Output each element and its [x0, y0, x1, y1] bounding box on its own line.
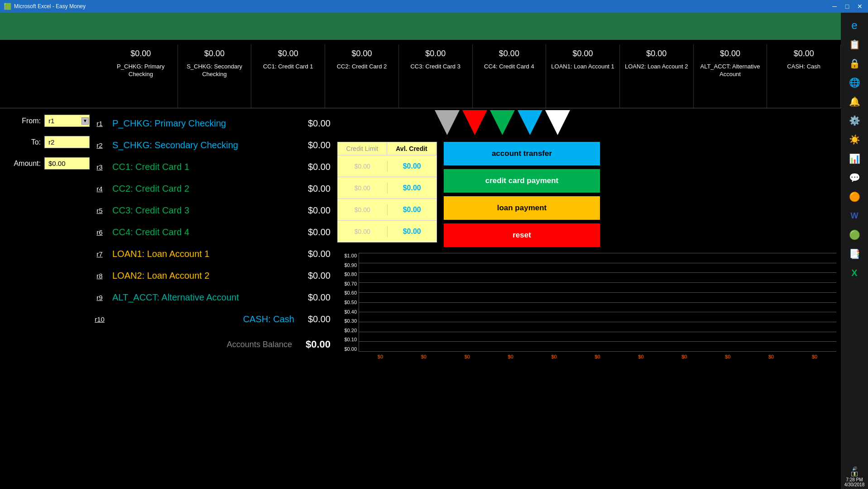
taskbar-icon-green2[interactable]: 🟢 [846, 227, 863, 243]
row-amount-cash: $0.00 [294, 314, 331, 324]
arrow-blue-icon[interactable] [518, 110, 542, 135]
clock-time: 7:28 PM [842, 477, 867, 482]
arrow-white-icon[interactable] [545, 110, 570, 135]
title-bar-left: 🟩 Microsoft Excel - Easy Money [4, 3, 86, 10]
y-label-6: $0.50 [344, 300, 357, 305]
list-item: r4 CC2: Credit Card 2 $0.00 [91, 178, 331, 199]
list-item: r5 CC3: Credit Card 3 $0.00 [91, 199, 331, 221]
alt-name: ALT_ACCT: Alternative Account [695, 63, 765, 78]
row-name-cc2: CC2: Credit Card 2 [109, 184, 294, 194]
row-ref-r2: r2 [91, 141, 109, 149]
row-ref-r5: r5 [91, 207, 109, 214]
account-transfer-button[interactable]: account transfer [444, 142, 600, 165]
system-tray: 🔊 🔋 7:28 PM 4/30/2018 [841, 465, 868, 489]
close-button[interactable]: ✕ [855, 2, 864, 11]
taskbar-icon-settings[interactable]: ⚙️ [846, 112, 863, 129]
cc1-amount: $0.00 [278, 46, 298, 61]
loan-payment-button[interactable]: loan payment [444, 196, 600, 220]
title-bar: 🟩 Microsoft Excel - Easy Money ─ □ ✕ [0, 0, 868, 13]
window-title: Microsoft Excel - Easy Money [14, 3, 86, 10]
schkg-name: S_CHKG: Secondary Checking [180, 63, 249, 78]
credit-limit-header: Credit Limit [338, 142, 387, 155]
y-label-1: $1.00 [344, 253, 357, 258]
arrow-green-icon[interactable] [490, 110, 515, 135]
arrow-gray-icon[interactable] [435, 110, 460, 135]
chart-hline-7 [359, 312, 836, 312]
credit-card-payment-button[interactable]: credit card payment [444, 169, 600, 193]
row-ref-r9: r9 [91, 294, 109, 301]
cc1-name: CC1: Credit Card 1 [263, 63, 313, 71]
chart-hline-8 [359, 322, 836, 322]
row-ref-r6: r6 [91, 228, 109, 236]
taskbar-icon-clipboard[interactable]: 📋 [846, 36, 863, 53]
account-col-cc3: $0.00 CC3: Credit Card 3 [399, 44, 473, 108]
chart-hline-1 [359, 253, 836, 253]
taskbar-icon-doc[interactable]: 📑 [846, 246, 863, 262]
taskbar-icon-chart[interactable]: 📊 [846, 150, 863, 167]
chart-hline-4 [359, 282, 836, 283]
row-ref-r3: r3 [91, 163, 109, 171]
chart-hline-5 [359, 292, 836, 293]
taskbar-right-panel: e 📋 🔒 🌐 🔔 ⚙️ ☀️ 📊 💬 🟠 W 🟢 📑 X 🔊 🔋 7:28 P… [841, 13, 868, 489]
cc2-avl-credit: $0.00 [388, 182, 437, 194]
cash-name: CASH: Cash [787, 63, 820, 71]
amount-label: Amount: [9, 160, 41, 168]
y-label-4: $0.70 [344, 281, 357, 286]
row-ref-r1: r1 [91, 120, 109, 127]
loan2-name: LOAN2: Loan Account 2 [625, 63, 688, 71]
taskbar-icon-chat[interactable]: 💬 [846, 169, 863, 186]
cc4-avl-credit: $0.00 [388, 226, 437, 237]
y-label-9: $0.20 [344, 328, 357, 333]
arrow-red-icon[interactable] [462, 110, 487, 135]
cash-amount: $0.00 [794, 46, 814, 61]
title-bar-controls: ─ □ ✕ [830, 2, 864, 11]
taskbar-icon-edge[interactable]: e [846, 17, 863, 34]
amount-input[interactable]: $0.00 [44, 157, 90, 169]
row-amount-alt: $0.00 [294, 292, 331, 303]
list-item: r8 LOAN2: Loan Account 2 $0.00 [91, 265, 331, 286]
y-label-10: $0.10 [344, 337, 357, 342]
cc3-name: CC3: Credit Card 3 [410, 63, 460, 71]
reset-button[interactable]: reset [444, 223, 600, 247]
cc-panel-header: Credit Limit Avl. Credit [337, 142, 437, 155]
x-label-1: $0 [378, 354, 383, 359]
to-input[interactable]: r2 [44, 136, 90, 148]
taskbar-icon-lock[interactable]: 🔒 [846, 55, 863, 72]
to-label: To: [9, 138, 41, 146]
loan1-name: LOAN1: Loan Account 1 [551, 63, 614, 71]
row-name-cc1: CC1: Credit Card 1 [109, 162, 294, 172]
credit-card-panel: Credit Limit Avl. Credit $0.00 $0.00 $0.… [337, 142, 437, 242]
maximize-button[interactable]: □ [843, 2, 852, 11]
x-label-8: $0 [681, 354, 687, 359]
from-dropdown-arrow[interactable]: ▼ [82, 117, 89, 125]
minimize-button[interactable]: ─ [830, 2, 839, 11]
cc-row-2: $0.00 $0.00 [337, 177, 437, 199]
row-amount-schkg: $0.00 [294, 140, 331, 150]
chart-hline-9 [359, 332, 836, 332]
y-label-8: $0.30 [344, 318, 357, 324]
row-name-cc3: CC3: Credit Card 3 [109, 205, 294, 216]
row-ref-r7: r7 [91, 250, 109, 258]
chart-x-axis: $0 $0 $0 $0 $0 $0 $0 $0 $0 $0 $0 [359, 352, 836, 362]
y-label-3: $0.80 [344, 271, 357, 277]
cc1-avl-credit: $0.00 [388, 160, 437, 172]
from-label: From: [9, 117, 41, 125]
clock-date: 4/30/2018 [842, 482, 867, 487]
taskbar-icon-word[interactable]: W [846, 208, 863, 224]
cc2-amount: $0.00 [351, 46, 372, 61]
row-name-cc4: CC4: Credit Card 4 [109, 227, 294, 237]
taskbar-icon-bell[interactable]: 🔔 [846, 93, 863, 110]
taskbar-icon-orange[interactable]: 🟠 [846, 189, 863, 205]
row-amount-pchkg: $0.00 [294, 118, 331, 129]
x-label-3: $0 [465, 354, 470, 359]
row-amount-cc2: $0.00 [294, 184, 331, 194]
taskbar-icon-weather[interactable]: ☀️ [846, 131, 863, 148]
form-panel: From: r1 ▼ To: r2 Amount: $0.00 [9, 115, 95, 179]
account-list: r1 P_CHKG: Primary Checking $0.00 r2 S_C… [91, 112, 331, 355]
x-label-6: $0 [595, 354, 600, 359]
cc-row-1: $0.00 $0.00 [337, 155, 437, 177]
taskbar-icon-globe[interactable]: 🌐 [846, 74, 863, 91]
schkg-amount: $0.00 [204, 46, 225, 61]
taskbar-icon-excel2[interactable]: X [846, 265, 863, 281]
row-ref-r10: r10 [91, 315, 109, 323]
